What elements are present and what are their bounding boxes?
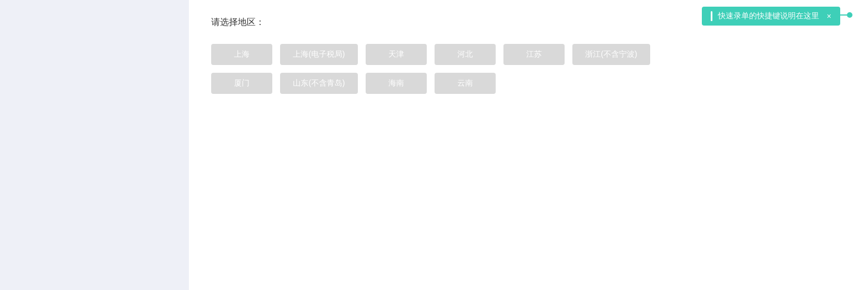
- tooltip-bar: [711, 11, 712, 21]
- region-btn-shanghai[interactable]: 上海: [211, 44, 272, 65]
- left-sidebar: [0, 0, 189, 290]
- main-content: 请选择地区： 上海 上海(电子税局) 天津 河北 江苏 浙江(不含宁波) 厦门 …: [189, 0, 868, 290]
- tooltip-text: 快速录单的快捷键说明在这里: [718, 11, 819, 21]
- region-btn-yunnan[interactable]: 云南: [435, 73, 496, 94]
- tooltip-connector-line: [840, 14, 847, 16]
- region-btn-hainan[interactable]: 海南: [366, 73, 427, 94]
- region-btn-zhejiang[interactable]: 浙江(不含宁波): [572, 44, 650, 65]
- region-btn-jiangsu[interactable]: 江苏: [503, 44, 565, 65]
- tooltip-close-button[interactable]: ×: [827, 12, 831, 21]
- region-btn-tianjin[interactable]: 天津: [366, 44, 427, 65]
- region-btn-hebei[interactable]: 河北: [435, 44, 496, 65]
- region-btn-shandong[interactable]: 山东(不含青岛): [280, 73, 358, 94]
- region-btn-xiamen[interactable]: 厦门: [211, 73, 272, 94]
- tooltip-connector-dot: [847, 12, 852, 18]
- region-btn-shanghai-etax[interactable]: 上海(电子税局): [280, 44, 358, 65]
- tooltip-banner: 快速录单的快捷键说明在这里 ×: [702, 7, 840, 26]
- region-grid: 上海 上海(电子税局) 天津 河北 江苏 浙江(不含宁波) 厦门 山东(不含青岛…: [211, 44, 711, 94]
